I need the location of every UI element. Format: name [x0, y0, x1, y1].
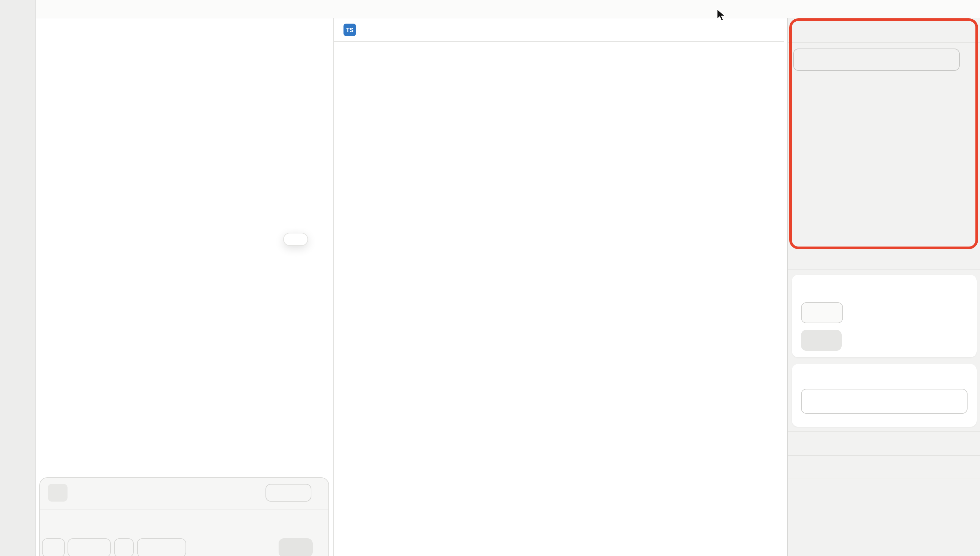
- pull-request-icon: [807, 335, 817, 345]
- message-hover-toolbar: [283, 233, 308, 246]
- caret-down-icon[interactable]: [967, 27, 975, 36]
- git-repo-card: [792, 275, 977, 357]
- archive-icon[interactable]: [41, 3, 52, 15]
- composer[interactable]: [39, 477, 329, 556]
- chevron-down-icon: [86, 543, 96, 553]
- fast-forward-icon: [119, 543, 129, 553]
- model-dropdown[interactable]: [68, 538, 111, 556]
- app: TS: [0, 0, 980, 556]
- mouse-cursor: [717, 8, 726, 23]
- composer-divider: [40, 509, 328, 509]
- caret-down-icon[interactable]: [967, 254, 975, 262]
- attach-icon[interactable]: [197, 542, 208, 553]
- external-link-icon: [825, 335, 835, 345]
- topbar: [36, 0, 980, 18]
- ahead-count[interactable]: [923, 307, 933, 316]
- divider: [788, 270, 980, 270]
- caret-right-icon[interactable]: [970, 465, 978, 473]
- pen-icon[interactable]: [228, 542, 239, 553]
- github-icon[interactable]: [964, 53, 977, 66]
- diff-panel: TS: [334, 18, 784, 556]
- more-options-icon[interactable]: [954, 307, 965, 318]
- working-branch-card: [792, 364, 977, 427]
- latest-dropdown[interactable]: [265, 484, 312, 501]
- git-branch-icon: [801, 372, 811, 381]
- chevron-down-icon[interactable]: [766, 26, 775, 34]
- chevron-down-icon: [826, 308, 836, 318]
- arrow-up-icon: [923, 307, 932, 316]
- branch-dropdown[interactable]: [801, 302, 843, 323]
- chat-panel: [36, 18, 334, 556]
- fast-forward-button[interactable]: [114, 538, 134, 556]
- expand-icon[interactable]: [956, 441, 965, 450]
- collapse-tree-icon[interactable]: [943, 55, 953, 65]
- search-input[interactable]: [793, 48, 960, 71]
- files-changed-chip[interactable]: [48, 484, 68, 501]
- diff-view-icon[interactable]: [745, 24, 757, 36]
- right-panel: [787, 18, 980, 556]
- caret-right-icon[interactable]: [970, 441, 978, 449]
- divider: [788, 455, 980, 456]
- divider: [788, 478, 980, 479]
- divider: [788, 42, 980, 43]
- chevron-down-icon: [158, 543, 168, 553]
- working-branch-input[interactable]: [801, 389, 967, 414]
- mode-dropdown[interactable]: [137, 538, 186, 556]
- sidebar: [0, 0, 36, 556]
- git-branch-icon: [808, 308, 818, 318]
- send-button[interactable]: [279, 538, 313, 556]
- open-pr-button[interactable]: [801, 330, 842, 351]
- working-branch-header: [801, 372, 816, 381]
- settings-sliders-button[interactable]: [42, 538, 65, 556]
- pencil-icon[interactable]: [950, 396, 960, 407]
- typescript-file-icon: TS: [344, 24, 356, 36]
- divider: [788, 432, 980, 432]
- chevron-down-icon: [286, 489, 294, 496]
- github-icon[interactable]: [211, 542, 222, 553]
- sliders-icon: [48, 543, 59, 553]
